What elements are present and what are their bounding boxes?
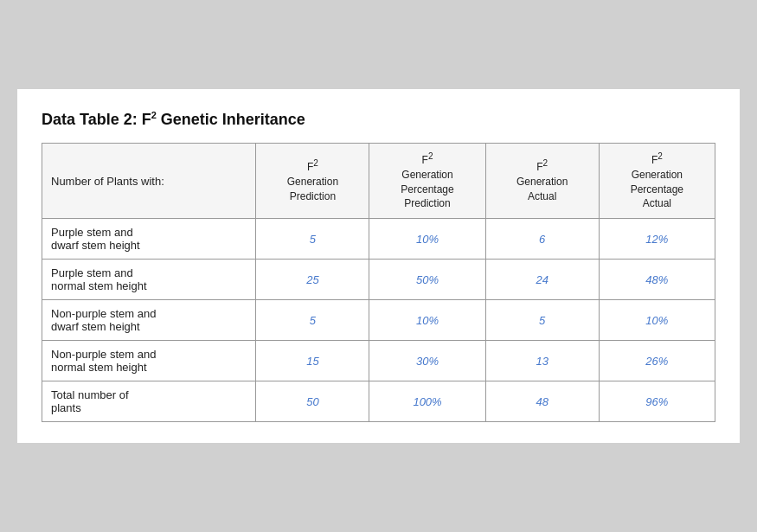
col-header-2: F2GenerationPercentagePrediction: [369, 143, 485, 218]
row-pred-2: 5: [256, 300, 369, 341]
row-actual-pct-2: 10%: [599, 300, 715, 341]
table-row: Purple stem andnormal stem height 25 50%…: [42, 260, 715, 300]
row-actual-pct-3: 26%: [599, 341, 715, 381]
col-header-3: F2GenerationActual: [485, 143, 599, 218]
table-row: Non-purple stem andnormal stem height 15…: [42, 341, 715, 381]
row-pred-pct-3: 30%: [369, 341, 485, 381]
row-pred-pct-0: 10%: [369, 219, 485, 260]
table-row: Total number ofplants 50 100% 48 96%: [42, 381, 715, 422]
row-label-1: Purple stem andnormal stem height: [42, 260, 256, 300]
row-actual-pct-1: 48%: [599, 260, 715, 300]
row-label-4: Total number ofplants: [42, 381, 256, 422]
row-actual-pct-4: 96%: [599, 381, 715, 422]
row-pred-0: 5: [256, 219, 369, 260]
row-actual-pct-0: 12%: [599, 219, 715, 260]
data-table: Number of Plants with: F2GenerationPredi…: [42, 143, 715, 422]
col-header-1: F2GenerationPrediction: [256, 143, 369, 218]
row-actual-0: 6: [485, 219, 599, 260]
row-pred-pct-2: 10%: [369, 300, 485, 341]
row-actual-4: 48: [485, 381, 599, 422]
row-actual-3: 13: [485, 341, 599, 381]
col-header-4: F2GenerationPercentageActual: [599, 143, 715, 218]
row-actual-2: 5: [485, 300, 599, 341]
row-label-0: Purple stem anddwarf stem height: [42, 219, 256, 260]
row-pred-1: 25: [256, 260, 369, 300]
title-prefix: Data Table 2: F: [42, 111, 151, 128]
row-pred-pct-1: 50%: [369, 260, 485, 300]
title-suffix: Genetic Inheritance: [157, 111, 305, 128]
row-pred-pct-4: 100%: [369, 381, 485, 422]
row-pred-3: 15: [256, 341, 369, 381]
row-label-3: Non-purple stem andnormal stem height: [42, 341, 256, 381]
page-container: Data Table 2: F2 Genetic Inheritance Num…: [17, 89, 740, 443]
row-actual-1: 24: [485, 260, 599, 300]
table-row: Purple stem anddwarf stem height 5 10% 6…: [42, 219, 715, 260]
page-title: Data Table 2: F2 Genetic Inheritance: [42, 110, 715, 129]
col-header-0: Number of Plants with:: [42, 143, 256, 218]
row-label-2: Non-purple stem anddwarf stem height: [42, 300, 256, 341]
row-pred-4: 50: [256, 381, 369, 422]
table-row: Non-purple stem anddwarf stem height 5 1…: [42, 300, 715, 341]
